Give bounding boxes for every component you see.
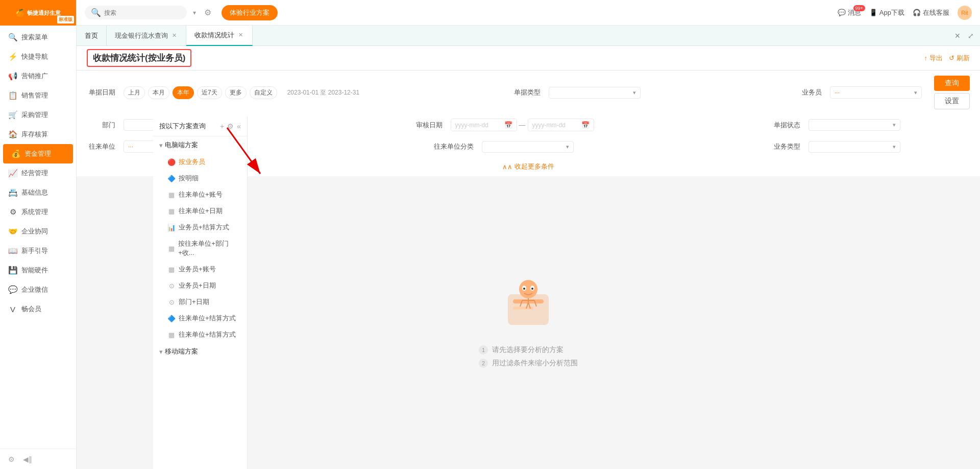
scheme-item-0-6[interactable]: ▦业务员+账号 [153,261,247,277]
sidebar-item-基础信息[interactable]: 📇基础信息 [0,183,76,202]
calendar-icon-end[interactable]: 📅 [581,121,590,129]
tab-close-receipt-stats[interactable]: ✕ [237,31,244,39]
sidebar-item-快捷导航[interactable]: ⚡快捷导航 [0,47,76,66]
scheme-item-label-0-6: 业务员+账号 [179,265,216,274]
scheme-item-0-8[interactable]: ⊙部门+日期 [153,294,247,310]
scheme-item-0-10[interactable]: ▦往来单位+结算方式 [153,326,247,343]
tab-label-bank-flow: 现金银行流水查询 [115,31,168,40]
scheme-item-0-1[interactable]: 🔷按明细 [153,170,247,186]
sidebar-footer: ⚙ ◀‖ [0,449,76,469]
messages-btn[interactable]: 💬 消息 99+ [838,8,861,17]
scheme-section-1[interactable]: ▾移动端方案 [153,343,247,360]
scheme-item-icon-0-10: ▦ [167,331,176,339]
tab-bank-flow[interactable]: 现金银行流水查询✕ [107,26,186,46]
scheme-item-0-0[interactable]: 🔴按业务员 [153,154,247,170]
collapse-sidebar-btn[interactable]: ◀‖ [21,453,34,465]
sidebar-item-库存核算[interactable]: 🏠库存核算 [0,125,76,144]
trial-btn[interactable]: 体验行业方案 [222,5,278,20]
sidebar-item-畅会员[interactable]: V畅会员 [0,299,76,319]
date-preset-本月[interactable]: 本月 [148,86,169,99]
headset-icon: 🎧 [913,9,921,16]
search-input[interactable] [104,9,176,16]
collapse-scheme-btn[interactable]: « [237,122,241,130]
scheme-settings-btn[interactable]: ⚙ [227,122,234,130]
add-scheme-btn[interactable]: + [220,122,224,130]
tab-home[interactable]: 首页 [77,26,107,46]
biz-type-label: 业务类型 [772,142,800,151]
scheme-section-0[interactable]: ▾电脑端方案 [153,136,247,154]
scheme-item-0-4[interactable]: 📊业务员+结算方式 [153,219,247,236]
settings-icon[interactable]: ⚙ [204,8,211,17]
nav-icon-0: 🔍 [8,33,17,42]
sidebar-item-营销推广[interactable]: 📢营销推广 [0,66,76,86]
export-btn[interactable]: ↑ 导出 [924,54,943,63]
review-date-end[interactable]: yyyy-mm-dd 📅 [528,119,594,131]
biz-type-chevron: ▾ [893,144,896,150]
nav-label-11: 新手引导 [21,246,48,255]
sidebar: 🍊 畅捷通好生意 标准版 🔍搜索菜单⚡快捷导航📢营销推广📋销售管理🛒采购管理🏠库… [0,0,77,469]
collapse-filter-btn[interactable]: ∧∧ 收起更多条件 [502,162,554,171]
tab-receipt-stats[interactable]: 收款情况统计✕ [186,26,253,46]
review-date-start[interactable]: yyyy-mm-dd 📅 [451,119,517,131]
refresh-icon: ↺ [949,54,954,62]
settings-footer-icon[interactable]: ⚙ [6,453,17,465]
sidebar-item-企业协同[interactable]: 🤝企业协同 [0,222,76,241]
scheme-item-0-9[interactable]: 🔷往来单位+结算方式 [153,310,247,326]
online-service-btn[interactable]: 🎧 在线客服 [913,8,949,17]
scheme-item-label-0-9: 往来单位+结算方式 [179,314,236,323]
salesperson-select[interactable]: ··· ▾ [830,86,922,99]
sidebar-item-资金管理[interactable]: 💰资金管理 [3,144,73,163]
nav-icon-3: 📋 [8,91,17,100]
scheme-item-icon-0-9: 🔷 [167,315,176,322]
biz-type-select[interactable]: ▾ [808,141,900,153]
settings-btn[interactable]: 设置 [934,93,970,109]
nav-icon-1: ⚡ [8,52,17,61]
section-chevron-1: ▾ [159,348,163,356]
search-dropdown-icon[interactable]: ▾ [193,9,196,16]
doc-type-select[interactable]: ▾ [549,87,641,99]
calendar-icon-start[interactable]: 📅 [504,121,512,129]
empty-tips: 1 请先选择要分析的方案 2 用过滤条件来缩小分析范围 [479,345,578,372]
scheme-item-icon-0-6: ▦ [167,266,176,273]
refresh-btn[interactable]: ↺ 刷新 [949,54,970,63]
query-btn[interactable]: 查询 [934,76,970,91]
sidebar-item-新手引导[interactable]: 📖新手引导 [0,241,76,261]
salesperson-more[interactable]: ··· [835,89,840,96]
sidebar-item-系统管理[interactable]: ⚙系统管理 [0,202,76,222]
tab-close-bank-flow[interactable]: ✕ [171,31,178,40]
search-box[interactable]: 🔍 [85,6,187,19]
sidebar-item-搜索菜单[interactable]: 🔍搜索菜单 [0,28,76,47]
nav-icon-12: 💾 [8,266,17,275]
app-download-btn[interactable]: 📱 App下载 [869,8,904,17]
sidebar-item-智能硬件[interactable]: 💾智能硬件 [0,261,76,280]
nav-label-2: 营销推广 [21,72,48,81]
date-preset-近7天[interactable]: 近7天 [197,86,222,99]
nav-icon-8: 📇 [8,188,17,197]
review-date-group: yyyy-mm-dd 📅 — yyyy-mm-dd 📅 [451,119,594,131]
search-icon: 🔍 [91,8,101,17]
user-avatar-area[interactable]: Rit [958,6,972,20]
scheme-item-0-5[interactable]: ▦按往来单位+部门+收... [153,236,247,261]
sidebar-item-采购管理[interactable]: 🛒采购管理 [0,105,76,125]
salesperson-label: 业务员 [793,88,822,97]
sidebar-item-销售管理[interactable]: 📋销售管理 [0,86,76,105]
date-preset-本年[interactable]: 本年 [173,86,194,99]
scheme-item-0-2[interactable]: ▦往来单位+账号 [153,186,247,203]
partner-type-select[interactable]: ▾ [482,141,574,153]
layout-body: 按以下方案查询 + ⚙ « ▾电脑端方案🔴按业务员🔷按明细▦往来单位+账号▦往来… [77,46,980,469]
sidebar-item-企业微信[interactable]: 💬企业微信 [0,280,76,299]
partner-more[interactable]: ··· [128,143,133,150]
content-header: 收款情况统计(按业务员) ↑ 导出 ↺ 刷新 [77,46,980,71]
doc-status-select[interactable]: ▾ [808,119,900,131]
date-preset-更多[interactable]: 更多 [225,86,247,99]
scheme-item-0-3[interactable]: ▦往来单位+日期 [153,203,247,219]
logo-icon: 🍊 [15,9,24,17]
online-service-label: 在线客服 [923,8,949,17]
expand-btn[interactable]: ⤢ [966,30,976,42]
date-preset-自定义[interactable]: 自定义 [250,86,277,99]
scheme-item-0-7[interactable]: ⊙业务员+日期 [153,277,247,294]
close-all-tabs-btn[interactable]: ✕ [952,30,963,42]
sidebar-item-经营管理[interactable]: 📈经营管理 [0,163,76,183]
date-preset-上月[interactable]: 上月 [124,86,145,99]
scheme-item-label-0-7: 业务员+日期 [179,281,216,290]
